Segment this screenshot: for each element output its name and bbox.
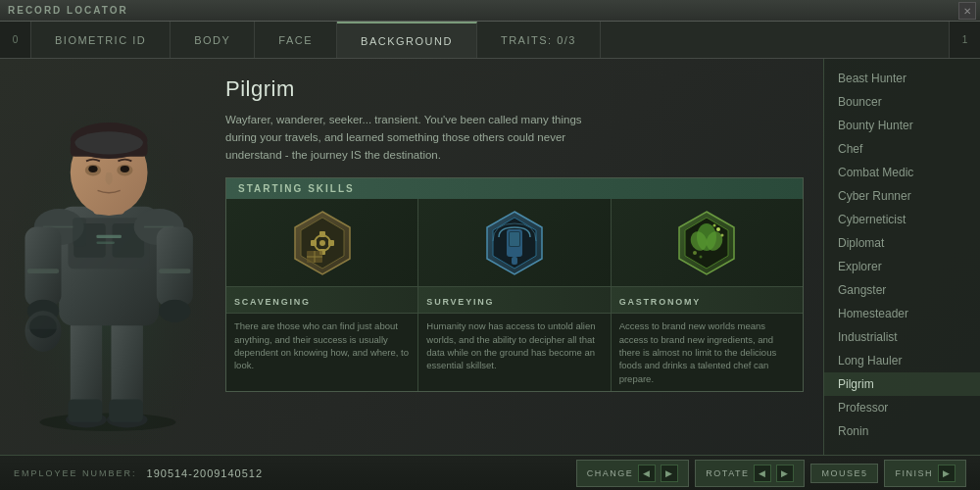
mouse-label: MOUSE5 bbox=[821, 468, 867, 478]
background-name: Pilgrim bbox=[225, 76, 804, 102]
skill-name-bar-gastronomy: GASTRONOMY bbox=[612, 287, 803, 314]
tab-body-label: BODY bbox=[194, 34, 230, 46]
svg-rect-35 bbox=[73, 218, 86, 246]
skill-desc-scavenging: There are those who can find just about … bbox=[226, 314, 417, 390]
nav-tabs: 0 BIOMETRIC ID BODY FACE BACKGROUND TRAI… bbox=[0, 22, 980, 59]
main-content: Pilgrim Wayfarer, wanderer, seeker... tr… bbox=[0, 59, 980, 455]
bg-list-item-combat-medic[interactable]: Combat Medic bbox=[824, 161, 980, 184]
svg-rect-12 bbox=[96, 235, 121, 238]
svg-point-32 bbox=[121, 166, 129, 172]
svg-rect-43 bbox=[328, 240, 334, 246]
skill-name-bar-surveying: SURVEYING bbox=[418, 287, 610, 314]
tab-background-label: BACKGROUND bbox=[361, 35, 453, 47]
svg-point-31 bbox=[88, 166, 97, 172]
tab-background[interactable]: BACKGROUND bbox=[337, 22, 477, 58]
bottom-actions: CHANGE ◀ ▶ ROTATE ◀ ▶ MOUSE5 FINISH ▶ bbox=[576, 460, 966, 487]
window-title: RECORD LOCATOR bbox=[8, 5, 128, 16]
skill-desc-gastronomy: Access to brand new worlds means access … bbox=[612, 314, 803, 390]
close-button[interactable]: ✕ bbox=[958, 2, 976, 20]
change-label: CHANGE bbox=[587, 468, 634, 478]
bg-list-item-beast-hunter[interactable]: Beast Hunter bbox=[824, 67, 980, 90]
rotate-button[interactable]: ROTATE ◀ ▶ bbox=[695, 460, 805, 487]
skills-header: STARTING SKILLS bbox=[226, 178, 803, 199]
bg-list-item-professor[interactable]: Professor bbox=[824, 396, 980, 419]
svg-rect-7 bbox=[109, 400, 143, 422]
employee-label: EMPLOYEE NUMBER: bbox=[14, 468, 137, 478]
change-prev-arrow[interactable]: ◀ bbox=[638, 465, 656, 482]
bg-list-item-cyber-runner[interactable]: Cyber Runner bbox=[824, 184, 980, 208]
bg-list-item-pilgrim[interactable]: Pilgrim bbox=[824, 372, 980, 396]
info-panel: Pilgrim Wayfarer, wanderer, seeker... tr… bbox=[216, 59, 823, 455]
finish-label: FINISH bbox=[895, 468, 933, 478]
bg-list-item-long-hauler[interactable]: Long Hauler bbox=[824, 349, 980, 372]
skills-grid: SCAVENGING There are those who can find … bbox=[226, 199, 803, 390]
skill-icon-scavenging bbox=[226, 199, 417, 287]
rotate-label: ROTATE bbox=[706, 468, 749, 478]
bg-list-item-chef[interactable]: Chef bbox=[824, 137, 980, 161]
bg-list-item-homesteader[interactable]: Homesteader bbox=[824, 302, 980, 325]
skill-name-bar-scavenging: SCAVENGING bbox=[226, 287, 417, 314]
bg-list-item-gangster[interactable]: Gangster bbox=[824, 278, 980, 302]
bg-list-item-explorer[interactable]: Explorer bbox=[824, 255, 980, 278]
rotate-prev-arrow[interactable]: ◀ bbox=[754, 465, 771, 482]
skill-card-gastronomy: GASTRONOMY Access to brand new worlds me… bbox=[612, 199, 803, 390]
svg-rect-52 bbox=[512, 257, 517, 265]
mouse-button[interactable]: MOUSE5 bbox=[810, 464, 878, 483]
character-avatar bbox=[0, 59, 216, 445]
skill-card-scavenging: SCAVENGING There are those who can find … bbox=[226, 199, 418, 390]
skill-name-surveying: SURVEYING bbox=[426, 297, 494, 307]
tab-biometric-label: BIOMETRIC ID bbox=[55, 34, 146, 46]
skill-card-surveying: SURVEYING Humanity now has access to unt… bbox=[418, 199, 611, 390]
bottom-bar: EMPLOYEE NUMBER: 190514-2009140512 CHANG… bbox=[0, 455, 980, 490]
svg-point-60 bbox=[713, 223, 716, 226]
svg-rect-42 bbox=[311, 240, 317, 246]
employee-value: 190514-2009140512 bbox=[147, 467, 264, 479]
skill-icon-gastronomy bbox=[612, 199, 803, 287]
top-bar: RECORD LOCATOR ✕ bbox=[0, 0, 980, 22]
tab-face-label: FACE bbox=[278, 34, 313, 46]
svg-point-28 bbox=[74, 131, 142, 154]
tab-traits[interactable]: TRAITS: 0/3 bbox=[477, 22, 601, 58]
bg-list-item-bouncer[interactable]: Bouncer bbox=[824, 90, 980, 114]
tab-body[interactable]: BODY bbox=[171, 22, 255, 58]
svg-point-58 bbox=[716, 227, 720, 231]
svg-point-59 bbox=[721, 233, 724, 236]
finish-button[interactable]: FINISH ▶ bbox=[884, 460, 966, 487]
background-list-panel: Beast HunterBouncerBounty HunterChefComb… bbox=[823, 59, 980, 455]
bg-list-item-industrialist[interactable]: Industrialist bbox=[824, 325, 980, 349]
svg-rect-23 bbox=[159, 269, 190, 273]
character-panel bbox=[0, 59, 216, 455]
tab-face[interactable]: FACE bbox=[255, 22, 337, 58]
finish-arrow[interactable]: ▶ bbox=[938, 465, 956, 482]
svg-rect-18 bbox=[24, 227, 61, 307]
bg-list-item-cyberneticist[interactable]: Cyberneticist bbox=[824, 208, 980, 231]
skills-section: STARTING SKILLS bbox=[225, 177, 804, 391]
svg-point-62 bbox=[700, 255, 703, 258]
skill-desc-surveying: Humanity now has access to untold alien … bbox=[418, 314, 610, 390]
svg-point-39 bbox=[319, 240, 325, 246]
svg-rect-6 bbox=[68, 400, 102, 422]
change-next-arrow[interactable]: ▶ bbox=[661, 465, 678, 482]
svg-rect-22 bbox=[27, 269, 59, 273]
tab-traits-label: TRAITS: 0/3 bbox=[501, 34, 576, 46]
nav-prev-button[interactable]: 0 bbox=[0, 22, 31, 58]
svg-rect-40 bbox=[319, 231, 325, 237]
bg-list-item-diplomat[interactable]: Diplomat bbox=[824, 231, 980, 255]
skill-icon-surveying bbox=[418, 199, 610, 287]
nav-next-button[interactable]: 1 bbox=[949, 22, 980, 58]
svg-rect-13 bbox=[96, 242, 115, 244]
skill-name-scavenging: SCAVENGING bbox=[234, 297, 311, 307]
svg-rect-51 bbox=[510, 232, 519, 246]
svg-point-21 bbox=[159, 300, 190, 322]
svg-rect-19 bbox=[157, 227, 193, 307]
skill-name-gastronomy: GASTRONOMY bbox=[619, 297, 702, 307]
change-button[interactable]: CHANGE ◀ ▶ bbox=[576, 460, 690, 487]
svg-point-61 bbox=[693, 251, 697, 255]
bg-list-item-bounty-hunter[interactable]: Bounty Hunter bbox=[824, 114, 980, 137]
tab-biometric[interactable]: BIOMETRIC ID bbox=[31, 22, 171, 58]
rotate-next-arrow[interactable]: ▶ bbox=[776, 465, 794, 482]
background-description: Wayfarer, wanderer, seeker... transient.… bbox=[225, 112, 598, 164]
bg-list-item-ronin[interactable]: Ronin bbox=[824, 419, 980, 443]
